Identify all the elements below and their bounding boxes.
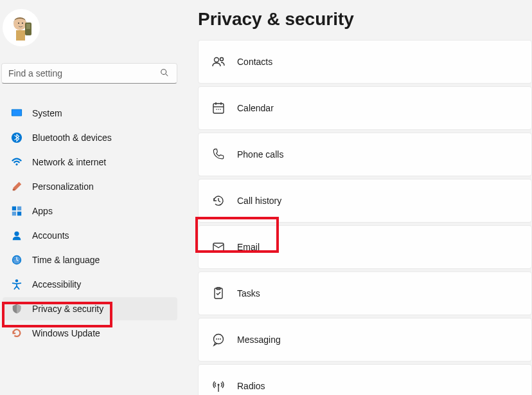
svg-point-36 xyxy=(218,338,219,340)
setting-call-history[interactable]: Call history xyxy=(198,179,532,223)
setting-label: Phone calls xyxy=(237,149,283,160)
setting-label: Calendar xyxy=(237,103,274,113)
sidebar-item-system[interactable]: System xyxy=(3,102,177,125)
phone-icon xyxy=(211,147,226,161)
svg-point-12 xyxy=(15,163,17,165)
sidebar-item-network[interactable]: Network & internet xyxy=(3,151,177,174)
setting-tasks[interactable]: Tasks xyxy=(198,271,532,315)
sidebar-item-label: Network & internet xyxy=(32,157,106,167)
sidebar-item-accounts[interactable]: Accounts xyxy=(3,224,177,247)
svg-rect-31 xyxy=(213,243,224,251)
bluetooth-icon xyxy=(10,131,23,144)
sidebar-item-label: Apps xyxy=(32,206,53,216)
svg-line-8 xyxy=(166,74,168,77)
svg-point-5 xyxy=(18,23,19,24)
svg-rect-24 xyxy=(213,104,224,113)
setting-calendar[interactable]: Calendar xyxy=(198,86,532,130)
svg-point-23 xyxy=(220,58,224,61)
settings-list: Contacts Calendar Phone calls Call histo… xyxy=(198,40,532,395)
sidebar-item-label: Privacy & security xyxy=(32,304,103,314)
setting-label: Tasks xyxy=(237,288,260,299)
system-icon xyxy=(10,107,23,120)
tasks-icon xyxy=(211,286,226,300)
sidebar-item-label: System xyxy=(32,108,62,118)
svg-point-28 xyxy=(216,109,217,110)
sidebar-item-privacy[interactable]: Privacy & security xyxy=(3,297,177,320)
account-icon xyxy=(10,229,23,242)
setting-label: Call history xyxy=(237,196,281,206)
search-field[interactable] xyxy=(8,68,160,78)
svg-point-30 xyxy=(220,109,221,110)
setting-contacts[interactable]: Contacts xyxy=(198,40,532,84)
setting-messaging[interactable]: Messaging xyxy=(198,318,532,362)
svg-rect-15 xyxy=(17,207,21,210)
svg-point-29 xyxy=(218,109,219,110)
radios-icon xyxy=(211,379,226,393)
contacts-icon xyxy=(211,55,226,69)
history-icon xyxy=(211,194,226,208)
setting-email[interactable]: Email xyxy=(198,225,532,269)
svg-point-37 xyxy=(220,338,221,340)
sidebar-item-label: Accessibility xyxy=(32,279,81,289)
sidebar-item-label: Time & language xyxy=(32,255,100,265)
sidebar-item-label: Accounts xyxy=(32,230,69,241)
sidebar-item-label: Windows Update xyxy=(32,328,100,338)
sidebar-item-update[interactable]: Windows Update xyxy=(3,322,177,345)
sidebar-item-label: Bluetooth & devices xyxy=(32,133,112,143)
svg-point-18 xyxy=(14,232,19,236)
sidebar-item-personalization[interactable]: Personalization xyxy=(3,175,177,198)
setting-phone[interactable]: Phone calls xyxy=(198,133,532,176)
sidebar-item-label: Personalization xyxy=(32,181,94,192)
svg-point-22 xyxy=(215,58,219,62)
sidebar-item-accessibility[interactable]: Accessibility xyxy=(3,273,177,296)
apps-icon xyxy=(10,205,23,217)
accessibility-icon xyxy=(10,278,23,291)
wifi-icon xyxy=(10,156,23,169)
svg-point-21 xyxy=(15,279,19,282)
svg-point-7 xyxy=(161,69,166,75)
setting-label: Messaging xyxy=(237,335,281,345)
svg-point-6 xyxy=(22,23,23,24)
svg-point-39 xyxy=(218,384,220,386)
setting-radios[interactable]: Radios xyxy=(198,364,532,395)
svg-rect-14 xyxy=(12,207,16,210)
shield-icon xyxy=(10,302,23,315)
sidebar-item-time[interactable]: Time & language xyxy=(3,248,177,271)
time-icon xyxy=(10,253,23,266)
setting-label: Contacts xyxy=(237,57,272,67)
svg-rect-4 xyxy=(26,24,30,29)
brush-icon xyxy=(10,180,23,193)
svg-rect-17 xyxy=(17,212,21,216)
sidebar-item-bluetooth[interactable]: Bluetooth & devices xyxy=(3,126,177,149)
svg-rect-2 xyxy=(16,30,25,41)
search-input[interactable] xyxy=(1,63,177,84)
svg-rect-16 xyxy=(12,212,16,216)
svg-rect-10 xyxy=(12,110,21,116)
search-icon xyxy=(160,68,170,78)
calendar-icon xyxy=(211,101,226,115)
setting-label: Email xyxy=(237,242,260,252)
update-icon xyxy=(10,327,23,340)
svg-point-35 xyxy=(216,338,217,340)
sidebar-item-apps[interactable]: Apps xyxy=(3,199,177,223)
sidebar-nav: System Bluetooth & devices Network & int… xyxy=(0,102,180,345)
svg-rect-13 xyxy=(13,189,15,191)
setting-label: Radios xyxy=(237,381,265,391)
avatar[interactable] xyxy=(3,9,40,46)
messaging-icon xyxy=(211,333,226,347)
email-icon xyxy=(211,240,226,254)
page-title: Privacy & security xyxy=(198,0,532,40)
